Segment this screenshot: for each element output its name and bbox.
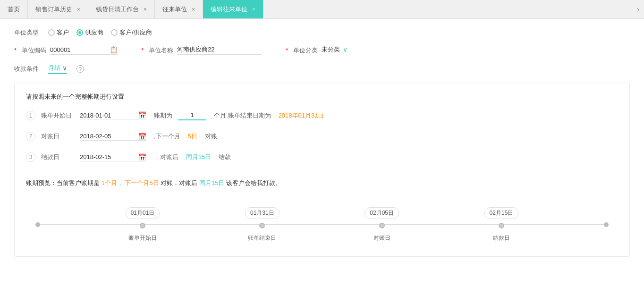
card-title: 请按照未来的一个完整帐期进行设置 <box>26 93 618 101</box>
timeline-tag-3: 02月05日 <box>364 207 399 219</box>
step-period-label-1: 账期为 <box>154 111 172 120</box>
timeline-start-cap <box>35 222 40 227</box>
radio-both-label: 客户/供应商 <box>119 28 152 37</box>
unit-code-group: * 单位编码 📋 <box>14 46 118 55</box>
radio-supplier-label: 供应商 <box>85 28 103 37</box>
payment-value: 月结 <box>48 64 60 72</box>
unit-info-row: * 单位编码 📋 * 单位名称 * 单位分类 未分类 ∨ <box>14 45 630 55</box>
tab-partner[interactable]: 往来单位 × <box>155 0 203 18</box>
tab-more-arrow[interactable]: › <box>632 0 644 18</box>
preview-part3: 同月15日 <box>199 179 224 186</box>
timeline-items: 01月01日 账单开始日 01月31日 账单结束日 02月05日 对账日 02月… <box>35 207 609 242</box>
timeline-label-4: 结款日 <box>493 234 510 242</box>
unit-category-select[interactable]: 未分类 ∨ <box>322 45 347 55</box>
tab-home[interactable]: 首页 <box>0 0 28 18</box>
step-desc-3-highlight: 同月15日 <box>186 153 211 161</box>
card-panel: 请按照未来的一个完整帐期进行设置 1 账单开始日 📅 账期为 个月,账单结束日期… <box>14 83 630 257</box>
preview-part1: 1个月， <box>102 179 123 186</box>
tab-cash-work-label: 钱货日清工作台 <box>96 5 139 14</box>
timeline-tag-4: 02月15日 <box>484 207 519 219</box>
step-desc-2-suffix: 对账 <box>205 132 217 141</box>
step-period-end-date-1: 2018年01月31日 <box>279 111 324 120</box>
timeline-tag-2: 01月31日 <box>245 207 280 219</box>
timeline-dot-2 <box>259 223 265 228</box>
tab-sales-history-close[interactable]: × <box>77 6 80 13</box>
tab-cash-work-close[interactable]: × <box>144 6 147 13</box>
timeline-end-cap <box>604 222 609 227</box>
tab-edit-partner-close[interactable]: × <box>252 6 255 13</box>
step-date-1-calendar-icon[interactable]: 📅 <box>138 111 146 119</box>
step-desc-2-prefix: ,下一个月 <box>154 132 180 141</box>
step-date-1-wrapper: 📅 <box>80 111 146 119</box>
step-label-1: 账单开始日 <box>41 111 74 120</box>
unit-category-star: * <box>286 47 288 54</box>
timeline-node-4: 02月15日 结款日 <box>484 207 519 242</box>
timeline-label-2: 账单结束日 <box>248 234 276 242</box>
tab-edit-partner-label: 编辑往来单位 <box>211 5 247 14</box>
unit-type-label: 单位类型 <box>14 28 39 37</box>
unit-type-row: 单位类型 客户 供应商 客户/供应商 <box>14 28 630 37</box>
unit-code-label: 单位编码 <box>22 46 46 55</box>
radio-both[interactable]: 客户/供应商 <box>111 28 152 37</box>
payment-label: 收款条件 <box>14 65 39 73</box>
step-date-1-input[interactable] <box>80 112 136 119</box>
unit-name-label: 单位名称 <box>149 46 173 55</box>
timeline-label-3: 对账日 <box>373 234 390 242</box>
payment-chevron-icon: ∨ <box>62 64 67 72</box>
timeline-dot-1 <box>140 223 145 228</box>
step-desc-2-highlight: 5日 <box>188 132 197 141</box>
timeline-node-2: 01月31日 账单结束日 <box>245 207 280 242</box>
step-period-unit-1: 个月,账单结束日期为 <box>214 111 271 120</box>
timeline-node-3: 02月05日 对账日 <box>364 207 399 242</box>
timeline-dot-3 <box>379 223 385 228</box>
step-num-3: 3 <box>26 152 35 162</box>
step-date-2-calendar-icon[interactable]: 📅 <box>138 133 146 140</box>
step-num-1: 1 <box>26 111 35 120</box>
preview-mid: 对账，对账后 <box>161 179 197 186</box>
unit-category-group: * 单位分类 未分类 ∨ <box>286 45 347 55</box>
tab-sales-history[interactable]: 销售订单历史 × <box>28 0 88 18</box>
unit-name-star: * <box>141 47 144 54</box>
preview-part2: 下一个月5日 <box>125 179 159 186</box>
radio-group-unit-type: 客户 供应商 客户/供应商 <box>48 28 152 37</box>
preview-label: 账期预览：当前客户账期是 <box>26 179 100 186</box>
timeline-wrapper: 01月01日 账单开始日 01月31日 账单结束日 02月05日 对账日 02月… <box>26 203 618 247</box>
step-date-2-wrapper: 📅 <box>80 133 146 141</box>
unit-category-value: 未分类 <box>322 45 340 54</box>
unit-code-star: * <box>14 47 17 54</box>
unit-code-input[interactable] <box>50 46 107 53</box>
step-label-2: 对账日 <box>41 132 74 141</box>
radio-customer-circle <box>48 29 55 36</box>
step-desc-3-suffix: 结款 <box>219 153 231 161</box>
preview-text: 账期预览：当前客户账期是 1个月， 下一个月5日 对账，对账后 同月15日 该客… <box>26 173 618 193</box>
timeline-dot-4 <box>499 223 504 228</box>
step-date-3-calendar-icon[interactable]: 📅 <box>138 153 146 161</box>
step-row-2: 2 对账日 📅 ,下一个月 5日 对账 <box>26 132 618 141</box>
tab-cash-work[interactable]: 钱货日清工作台 × <box>88 0 155 18</box>
step-row-1: 1 账单开始日 📅 账期为 个月,账单结束日期为 2018年01月31日 <box>26 110 618 120</box>
radio-supplier[interactable]: 供应商 <box>76 28 103 37</box>
tab-partner-close[interactable]: × <box>192 6 195 13</box>
timeline-label-1: 账单开始日 <box>128 234 157 242</box>
step-date-3-input[interactable] <box>80 153 136 160</box>
payment-help-icon[interactable]: ? <box>76 65 84 73</box>
tab-home-label: 首页 <box>8 5 20 14</box>
step-num-2: 2 <box>26 132 35 141</box>
payment-select[interactable]: 月结 ∨ <box>48 64 67 74</box>
step-desc-3-prefix: ，对账后 <box>154 153 178 161</box>
timeline-tag-1: 01月01日 <box>126 207 160 219</box>
preview-end: 该客户会给我打款。 <box>226 179 281 186</box>
unit-name-input[interactable] <box>177 46 262 53</box>
step-date-2-input[interactable] <box>80 133 136 140</box>
step-date-3-wrapper: 📅 <box>80 153 146 161</box>
radio-supplier-circle <box>76 29 83 36</box>
step-period-input-1[interactable] <box>178 110 206 120</box>
unit-name-input-wrapper <box>177 46 262 55</box>
payment-row: 收款条件 月结 ∨ ? <box>14 64 630 74</box>
unit-code-calendar-icon[interactable]: 📋 <box>110 46 118 53</box>
tab-edit-partner[interactable]: 编辑往来单位 × <box>203 0 263 18</box>
radio-customer[interactable]: 客户 <box>48 28 69 37</box>
step-row-3: 3 结款日 📅 ，对账后 同月15日 结款 <box>26 152 618 162</box>
unit-category-chevron-icon: ∨ <box>343 46 347 53</box>
step-label-3: 结款日 <box>41 153 74 161</box>
